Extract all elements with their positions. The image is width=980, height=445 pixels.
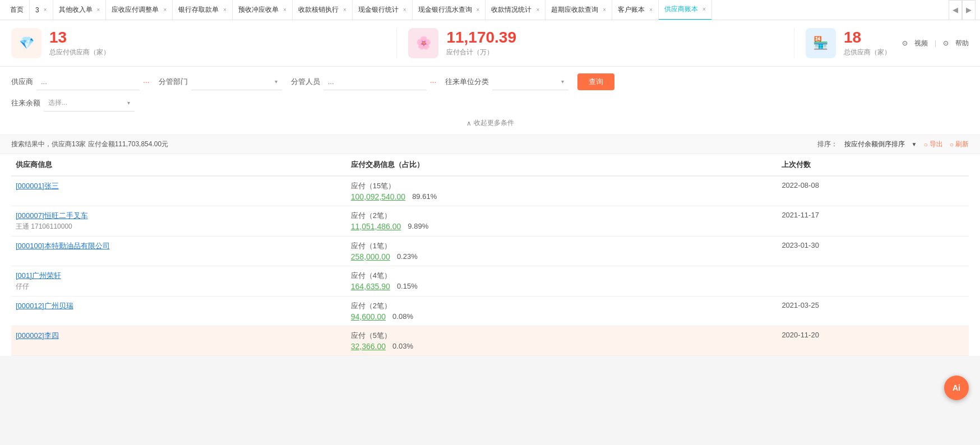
cell-supplier-3: [001]广州荣轩仔仔	[11, 266, 346, 296]
nav-tab-close-10[interactable]: ×	[603, 7, 606, 13]
supplier-link-2[interactable]: [000100]本特勤油品有限公司	[16, 242, 110, 250]
table-wrapper: 供应商信息 应付交易信息（占比） 上次付数 [000001]张三应付（15笔）1…	[11, 154, 969, 356]
trans-amount-1[interactable]: 11,051,486.00	[351, 222, 401, 231]
sort-label: 排序：	[817, 140, 838, 149]
trans-percent-4: 0.08%	[386, 312, 413, 321]
person-input[interactable]	[323, 73, 427, 90]
table-body: [000001]张三应付（15笔）100,092,540.0089.61%202…	[11, 176, 969, 356]
nav-tab-5[interactable]: 预收冲应收单×	[233, 0, 293, 20]
nav-tab-4[interactable]: 银行存取款单×	[173, 0, 233, 20]
nav-tab-close-2[interactable]: ×	[97, 7, 100, 13]
nav-tab-8[interactable]: 现金银行流水查询×	[413, 0, 486, 20]
nav-tab-close-9[interactable]: ×	[536, 7, 539, 13]
supplier-sub-3: 仔仔	[16, 282, 342, 291]
table-row: [000012]广州贝瑞应付（2笔）94,600.000.08%2021-03-…	[11, 296, 969, 326]
supplier-link-3[interactable]: [001]广州荣轩	[16, 271, 61, 280]
nav-tab-close-3[interactable]: ×	[163, 7, 167, 13]
category-chevron-icon: ▾	[561, 78, 564, 85]
divider: |	[935, 39, 936, 47]
nav-tab-9[interactable]: 收款情况统计×	[486, 0, 546, 20]
nav-tab-close-12[interactable]: ×	[702, 6, 706, 12]
trans-amount-5[interactable]: 32,366.00	[351, 342, 386, 351]
nav-tab-0[interactable]: 首页	[4, 0, 30, 20]
trans-amount-0[interactable]: 100,092,540.00	[351, 192, 405, 201]
col-transaction-info: 应付交易信息（占比）	[346, 154, 778, 176]
trans-label-1: 应付（2笔）	[351, 211, 773, 221]
summary-text-1: 11,170.39应付合计（万）	[446, 29, 516, 57]
nav-arrows: ◀ ▶	[949, 0, 976, 20]
person-label: 分管人员	[291, 77, 320, 87]
query-button[interactable]: 查询	[577, 73, 614, 90]
summary-sub-label-0: 总应付供应商（家）	[49, 48, 110, 57]
supplier-link-5[interactable]: [000002]李四	[16, 331, 59, 340]
nav-tab-7[interactable]: 现金银行统计×	[353, 0, 413, 20]
trans-percent-5: 0.03%	[386, 342, 413, 350]
video-link[interactable]: 视频	[914, 39, 928, 48]
nav-tab-close-11[interactable]: ×	[649, 7, 653, 13]
nav-tab-1[interactable]: 3×	[30, 0, 53, 20]
supplier-dots-icon[interactable]: ···	[143, 77, 150, 86]
balance-select-text: 选择...	[48, 98, 125, 108]
nav-tab-10[interactable]: 超期应收款查询×	[546, 0, 612, 20]
cell-last-payment-3	[777, 266, 969, 296]
summary-big-num-1: 11,170.39	[446, 29, 516, 47]
nav-arrow-left[interactable]: ◀	[949, 0, 962, 20]
summary-icon-2: 🏪	[806, 28, 836, 58]
summary-right: ⊙ 视频 | ⊙ 帮助	[902, 39, 969, 48]
export-button[interactable]: ○ 导出	[924, 140, 943, 149]
nav-tab-close-1[interactable]: ×	[44, 7, 47, 13]
nav-tab-close-8[interactable]: ×	[477, 7, 480, 13]
cell-last-payment-5: 2020-11-20	[777, 326, 969, 356]
collapse-icon: ∧	[466, 119, 471, 127]
person-dots-icon[interactable]: ···	[430, 77, 437, 86]
summary-bar: 💎13总应付供应商（家）🌸11,170.39应付合计（万）🏪18总供应商（家） …	[0, 20, 980, 67]
table-row: [001]广州荣轩仔仔应付（4笔）164,635.900.15%	[11, 266, 969, 296]
category-select[interactable]: ▾	[492, 73, 568, 90]
trans-percent-3: 0.15%	[390, 282, 418, 290]
refresh-label: 刷新	[955, 140, 969, 149]
table-header: 供应商信息 应付交易信息（占比） 上次付数	[11, 154, 969, 176]
filter-section: 供应商 ··· 分管部门 ▾ 分管人员 ··· 往来单位分类 ▾ 查询	[0, 67, 980, 135]
nav-tab-12[interactable]: 供应商账本×	[659, 0, 712, 20]
nav-arrow-right[interactable]: ▶	[962, 0, 976, 20]
help-link[interactable]: 帮助	[955, 39, 969, 48]
trans-amount-2[interactable]: 258,000.00	[351, 252, 390, 261]
dept-chevron-icon: ▾	[275, 78, 278, 85]
supplier-link-4[interactable]: [000012]广州贝瑞	[16, 302, 73, 310]
supplier-link-0[interactable]: [000001]张三	[16, 182, 59, 190]
nav-tab-3[interactable]: 应收应付调整单×	[106, 0, 173, 20]
summary-item-2: 🏪18总供应商（家）	[806, 28, 902, 58]
nav-tab-6[interactable]: 收款核销执行×	[293, 0, 353, 20]
cell-supplier-0: [000001]张三	[11, 176, 346, 206]
cell-transaction-5: 应付（5笔）32,366.000.03%	[346, 326, 778, 356]
nav-tab-close-6[interactable]: ×	[343, 7, 346, 13]
trans-amount-3[interactable]: 164,635.90	[351, 282, 390, 291]
nav-tab-11[interactable]: 客户账本×	[612, 0, 659, 20]
nav-tab-2[interactable]: 其他收入单×	[53, 0, 107, 20]
collapse-bar[interactable]: ∧ 收起更多条件	[11, 116, 969, 130]
supplier-link-1[interactable]: [000007]恒旺二手叉车	[16, 211, 88, 220]
result-info: 搜索结果中，供应商13家 应付金额111,703,854.00元	[11, 140, 813, 149]
collapse-label: 收起更多条件	[474, 118, 514, 128]
summary-text-2: 18总供应商（家）	[844, 29, 891, 57]
sort-value[interactable]: 按应付余额倒序排序	[844, 140, 905, 149]
cell-transaction-3: 应付（4笔）164,635.900.15%	[346, 266, 778, 296]
supplier-input[interactable]	[36, 73, 140, 90]
nav-tab-close-7[interactable]: ×	[403, 7, 406, 13]
refresh-button[interactable]: ○ 刷新	[950, 140, 969, 149]
trans-label-2: 应付（1笔）	[351, 241, 773, 251]
nav-tab-close-5[interactable]: ×	[283, 7, 286, 13]
supplier-table: 供应商信息 应付交易信息（占比） 上次付数 [000001]张三应付（15笔）1…	[11, 154, 969, 356]
nav-tab-close-4[interactable]: ×	[223, 7, 226, 13]
trans-amount-4[interactable]: 94,600.00	[351, 312, 386, 321]
balance-select[interactable]: 选择... ▾	[44, 95, 135, 112]
video-icon: ⊙	[902, 39, 908, 47]
balance-label: 往来余额	[11, 98, 40, 108]
dept-select[interactable]: ▾	[191, 73, 282, 90]
table-header-row: 供应商信息 应付交易信息（占比） 上次付数	[11, 154, 969, 176]
filter-supplier: 供应商 ···	[11, 73, 150, 90]
table-row: [000100]本特勤油品有限公司应付（1笔）258,000.000.23%20…	[11, 237, 969, 266]
cell-transaction-1: 应付（2笔）11,051,486.009.89%	[346, 206, 778, 237]
cell-last-payment-0: 2022-08-08	[777, 176, 969, 206]
cell-last-payment-2: 2023-01-30	[777, 237, 969, 266]
